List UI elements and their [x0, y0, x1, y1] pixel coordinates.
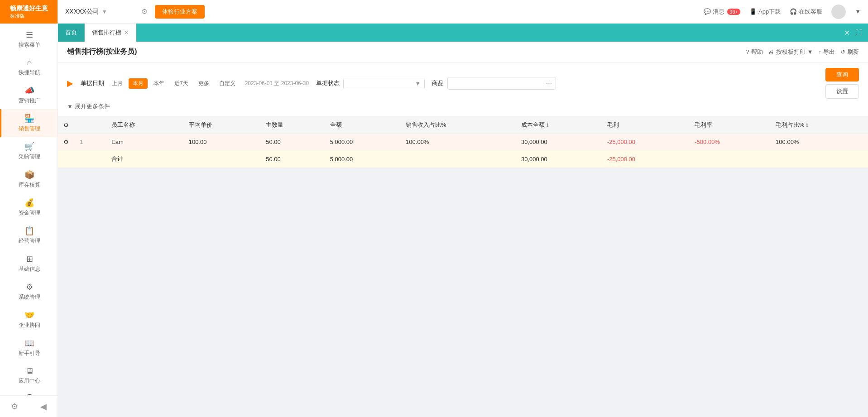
gross-pct-info-icon[interactable]: ℹ	[806, 122, 808, 128]
refresh-label: 刷新	[847, 48, 859, 56]
date-tab-more[interactable]: 更多	[194, 78, 213, 89]
settings-icon[interactable]: ⚙	[141, 7, 148, 16]
sidebar-item-system[interactable]: ⚙ 系统管理	[0, 278, 58, 306]
sidebar-item-inventory[interactable]: 📦 库存核算	[0, 165, 58, 193]
sidebar-item-marketing[interactable]: 📣 营销推广	[0, 81, 58, 109]
date-tab-prev-month[interactable]: 上月	[108, 78, 127, 89]
sidebar-footer: ⚙ ◀	[0, 395, 58, 417]
export-button[interactable]: ↑ 导出	[819, 48, 835, 56]
tab-right-actions: ✕ ⛶	[839, 24, 868, 42]
refresh-button[interactable]: ↺ 刷新	[840, 48, 859, 56]
online-service-label: 在线客服	[799, 8, 822, 16]
sidebar-label-finance: 资金管理	[19, 209, 40, 217]
goods-value	[451, 80, 453, 87]
tab-close-icon[interactable]: ✕	[124, 29, 129, 36]
footer-gross: -25,000.00	[602, 150, 689, 168]
sidebar-label-operation: 经营管理	[19, 237, 40, 245]
app-download-icon: 📱	[749, 8, 757, 15]
collapse-sidebar-icon[interactable]: ◀	[40, 402, 47, 412]
sidebar-item-purchase[interactable]: 🛒 采购管理	[0, 137, 58, 165]
date-tabs: 上月 本月 本年 近7天 更多 自定义	[108, 78, 240, 89]
status-select[interactable]: ▼	[343, 78, 425, 89]
cost-info-icon[interactable]: ℹ	[547, 122, 549, 128]
guide-icon: 📖	[24, 338, 34, 348]
cooperation-icon: 🤝	[24, 310, 34, 320]
search-icon: ☰	[26, 30, 33, 40]
date-range-display: 2023-06-01 至 2023-06-30	[245, 80, 309, 87]
date-tab-last7[interactable]: 近7天	[170, 78, 192, 89]
trial-button[interactable]: 体验行业方案	[155, 5, 205, 19]
tab-maximize-icon[interactable]: ⛶	[855, 29, 863, 37]
expand-more-conditions[interactable]: ▼ 展开更多条件	[67, 102, 859, 110]
col-gross: 毛利	[602, 116, 689, 134]
user-avatar[interactable]	[831, 5, 846, 19]
template-print-button[interactable]: 🖨 按模板打印 ▼	[768, 48, 813, 56]
footer-cost: 30,000.00	[516, 150, 602, 168]
app-download-label: App下载	[758, 8, 781, 16]
print-icon: 🖨	[768, 48, 774, 55]
col-avg-price: 平均单价	[183, 116, 261, 134]
user-name[interactable]: ▼	[855, 8, 861, 15]
goods-more-icon[interactable]: ···	[546, 79, 552, 87]
date-label: 单据日期	[81, 79, 104, 87]
sidebar-label-guide: 新手引导	[19, 350, 40, 357]
help-icon: ?	[746, 48, 749, 55]
sales-icon: 🏪	[24, 114, 34, 124]
col-quantity: 主数量	[260, 116, 324, 134]
online-service-action[interactable]: 🎧 在线客服	[790, 8, 822, 16]
sidebar-item-search[interactable]: ☰ 搜索菜单	[0, 25, 58, 53]
message-icon: 💬	[704, 8, 711, 15]
sidebar-item-finance[interactable]: 💰 资金管理	[0, 193, 58, 221]
status-value	[347, 80, 349, 87]
sidebar-item-basic[interactable]: ⊞ 基础信息	[0, 249, 58, 278]
app-version: 标准版	[10, 13, 48, 19]
row-sales-pct: 100.00%	[400, 134, 516, 150]
settings-footer-icon[interactable]: ⚙	[11, 402, 18, 412]
col-name: 员工名称	[106, 116, 183, 134]
tab-close-all-icon[interactable]: ✕	[844, 29, 850, 37]
row-gross-pct: 100.00%	[770, 134, 868, 150]
company-name: XXXXX公司	[65, 8, 99, 16]
footer-label: 合计	[106, 150, 183, 168]
sidebar-label-marketing: 营销推广	[19, 97, 40, 105]
col-settings[interactable]: ⚙	[58, 116, 74, 134]
template-print-label: 按模板打印	[776, 48, 806, 56]
filter-expand-icon[interactable]: ▶	[67, 78, 73, 88]
setting-button[interactable]: 设置	[825, 84, 859, 99]
sidebar-item-operation[interactable]: 📋 经营管理	[0, 221, 58, 249]
row-avg-price: 100.00	[183, 134, 261, 150]
help-button[interactable]: ? 帮助	[746, 48, 762, 56]
table-container: ⚙ 员工名称 平均单价 主数量 全额 销售收入占比% 成本全额 ℹ 毛利 毛利率	[58, 116, 868, 168]
date-tab-this-year[interactable]: 本年	[149, 78, 168, 89]
sidebar-item-sales[interactable]: 🏪 销售管理	[0, 109, 58, 137]
company-selector[interactable]: XXXXX公司 ▼	[65, 8, 138, 16]
date-tab-custom[interactable]: 自定义	[215, 78, 240, 89]
expand-label: 展开更多条件	[75, 102, 110, 110]
message-action[interactable]: 💬 消息 99+	[704, 8, 740, 16]
header-right: 💬 消息 99+ 📱 App下载 🎧 在线客服 ▼	[704, 5, 861, 19]
online-service-icon: 🎧	[790, 8, 797, 15]
query-button[interactable]: 查询	[825, 68, 859, 81]
date-tab-this-month[interactable]: 本月	[129, 78, 148, 89]
sidebar-item-cooperation[interactable]: 🤝 企业协同	[0, 306, 58, 334]
goods-label: 商品	[432, 79, 444, 87]
col-rank	[74, 116, 106, 134]
goods-select[interactable]: ···	[447, 77, 556, 90]
sidebar-logo: 畅康通好生意 标准版	[0, 0, 58, 24]
row-name: Eam	[106, 134, 183, 150]
sidebar-item-shortcut[interactable]: ⌂ 快捷导航	[0, 53, 58, 81]
row-gross-rate: -500.00%	[689, 134, 770, 150]
app-download-action[interactable]: 📱 App下载	[749, 8, 781, 16]
footer-total: 5,000.00	[325, 150, 400, 168]
tab-home[interactable]: 首页	[58, 24, 85, 42]
header: XXXXX公司 ▼ ⚙ 体验行业方案 💬 消息 99+ 📱 App下载 🎧 在线…	[58, 0, 868, 24]
app-name: 畅康通好生意	[10, 4, 48, 12]
table-header-row: ⚙ 员工名称 平均单价 主数量 全额 销售收入占比% 成本全额 ℹ 毛利 毛利率	[58, 116, 868, 134]
row-settings[interactable]: ⚙	[58, 134, 74, 150]
tab-sales-ranking[interactable]: 销售排行榜 ✕	[85, 24, 136, 42]
sidebar: 畅康通好生意 标准版 ☰ 搜索菜单 ⌂ 快捷导航 📣 营销推广 🏪 销售管理 🛒…	[0, 0, 58, 417]
sidebar-item-wechat[interactable]: 💬 企业微信	[0, 389, 58, 395]
row-quantity: 50.00	[260, 134, 324, 150]
sidebar-item-appstore[interactable]: 🖥 应用中心	[0, 362, 58, 389]
sidebar-item-guide[interactable]: 📖 新手引导	[0, 334, 58, 362]
